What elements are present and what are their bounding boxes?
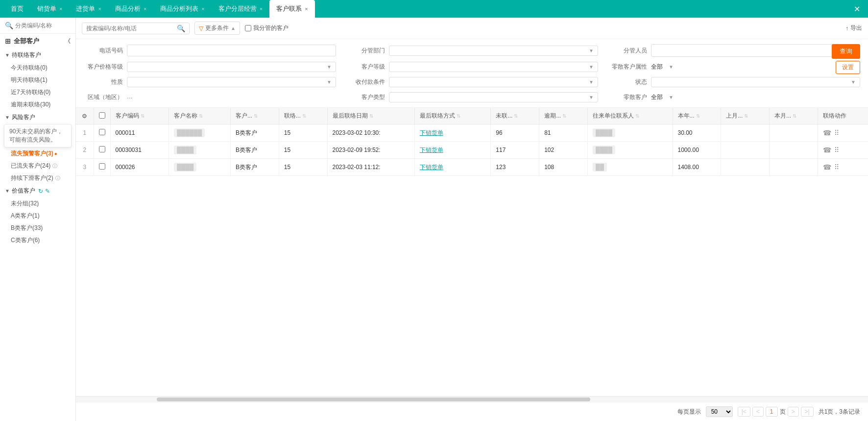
sidebar-item-churn-warning[interactable]: 流失预警客户(3) ● [0, 148, 75, 160]
table-row: 3 000026 ████ B类客户 15 2023-02-03 11:12: … [76, 159, 868, 176]
tab-home[interactable]: 首页 [4, 0, 30, 18]
sidebar-item-today[interactable]: 今天待联络(0) [0, 62, 75, 74]
last-page-btn[interactable]: >| [801, 407, 814, 417]
row-2-checkbox[interactable] [99, 146, 105, 152]
export-button[interactable]: ↑ 导出 [845, 24, 862, 32]
row-1-last-way-link[interactable]: 下销货单 [420, 129, 443, 136]
th-overdue[interactable]: 逾期... ⇅ [539, 108, 588, 124]
search-input[interactable] [86, 25, 177, 32]
row-3-checkbox[interactable] [99, 163, 105, 170]
sidebar-group-risk[interactable]: ▼ 风险客户 [0, 111, 75, 124]
filter-region-dots[interactable]: ··· [127, 94, 133, 101]
th-settings[interactable]: ⚙ [76, 108, 94, 124]
row-3-more-icon[interactable]: ⠿ [834, 163, 839, 171]
tab-sales-label: 销货单 [37, 4, 56, 13]
row-1-checkbox[interactable] [99, 129, 105, 135]
th-last-date[interactable]: 最后联络日期 ⇅ [327, 108, 414, 124]
filter-icon: ▽ [199, 25, 203, 32]
th-overdue-label: 逾期... [544, 112, 561, 120]
th-type-label: 客户... [236, 112, 252, 120]
tab-customer-contact[interactable]: 客户联系 × [269, 0, 314, 18]
th-un-contact[interactable]: 未联... ⇅ [491, 108, 539, 124]
sidebar-item-overdue-contact[interactable]: 逾期未联络(30) [0, 99, 75, 111]
row-2-this-month [770, 142, 818, 159]
th-type[interactable]: 客户... ⇅ [230, 108, 279, 124]
sidebar-group-value[interactable]: ▼ 价值客户 ↻ ✎ [0, 184, 75, 198]
row-1-last-way[interactable]: 下销货单 [414, 124, 491, 142]
th-code[interactable]: 客户编码 ⇅ [110, 108, 169, 124]
tab-product-analysis-close[interactable]: × [144, 6, 146, 12]
select-all-checkbox[interactable] [99, 112, 105, 119]
my-customers-checkbox[interactable] [245, 25, 251, 31]
sidebar-item-ungrouped[interactable]: 未分组(32) [0, 198, 75, 210]
th-checkbox[interactable] [94, 108, 110, 124]
my-customers-checkbox-wrap[interactable]: 我分管的客户 [245, 24, 289, 32]
prev-page-btn[interactable]: < [752, 407, 764, 417]
sidebar-item-c-class[interactable]: C类客户(6) [0, 234, 75, 247]
th-this-year[interactable]: 本年... ⇅ [673, 108, 721, 124]
customer-table: ⚙ 客户编码 ⇅ 客户名称 [76, 108, 868, 176]
search-submit-icon[interactable]: 🔍 [177, 25, 185, 32]
row-3-contact-icon[interactable]: ☎ [823, 163, 831, 171]
sidebar-search-input[interactable] [15, 22, 71, 29]
sidebar-group-pending[interactable]: ▼ 待联络客户 [0, 49, 75, 62]
filter-price-level-select[interactable]: ▼ [127, 62, 336, 72]
row-2-contact-icon[interactable]: ☎ [823, 146, 831, 154]
th-last-way[interactable]: 最后联络方式 ⇅ [414, 108, 491, 124]
tab-sales-close[interactable]: × [59, 6, 62, 12]
row-3-last-way-link[interactable]: 下销货单 [420, 164, 443, 171]
tab-purchase[interactable]: 进货单 × [69, 0, 108, 18]
horizontal-scrollbar[interactable] [76, 396, 868, 402]
all-customers-label: 全部客户 [14, 37, 39, 46]
sidebar-item-declining[interactable]: 持续下滑客户(2) ⓘ [0, 172, 75, 184]
sidebar-all-customers[interactable]: ⊞ 全部客户 《 [0, 34, 75, 49]
scroll-thumb[interactable] [157, 397, 590, 401]
tab-sales[interactable]: 销货单 × [30, 0, 69, 18]
filter-dept-select[interactable]: ▼ [389, 46, 598, 56]
per-page-select[interactable]: 50 100 200 [706, 406, 733, 417]
filter-retail: 零散客户 全部 ▼ [608, 92, 860, 102]
tab-product-analysis[interactable]: 商品分析 × [108, 0, 153, 18]
row-2-last-way[interactable]: 下销货单 [414, 142, 491, 159]
filter-customer-type-select[interactable]: ▼ [389, 92, 598, 102]
filter-payment-select[interactable]: ▼ [389, 77, 598, 87]
query-button[interactable]: 查询 [832, 44, 860, 59]
row-1-contact-icon[interactable]: ☎ [823, 129, 831, 137]
th-this-month[interactable]: 本月... ⇅ [770, 108, 818, 124]
sidebar-item-7days[interactable]: 近7天待联络(0) [0, 86, 75, 99]
filter-phone-input[interactable] [127, 45, 336, 56]
next-page-btn[interactable]: > [788, 407, 799, 417]
filter-status-select[interactable]: ▼ [651, 77, 860, 87]
filter-retail-attr: 零散客户属性 全部 ▼ [608, 62, 860, 72]
sidebar-item-a-class[interactable]: A类客户(1) [0, 210, 75, 222]
row-2-last-way-link[interactable]: 下销货单 [420, 147, 443, 153]
filter-customer-level-select[interactable]: ▼ [389, 62, 598, 72]
th-last-month[interactable]: 上月... ⇅ [721, 108, 770, 124]
tab-customer-tier[interactable]: 客户分层经营 × [212, 0, 269, 18]
tab-customer-contact-close[interactable]: × [305, 6, 308, 12]
edit-icon[interactable]: ✎ [45, 188, 50, 195]
filter-nature-select[interactable]: ▼ [127, 77, 336, 87]
th-contact[interactable]: 联络... ⇅ [279, 108, 327, 124]
row-1-more-icon[interactable]: ⠿ [834, 129, 839, 137]
sidebar-item-lost[interactable]: 已流失客户(24) ⓘ [0, 160, 75, 172]
settings-button[interactable]: 设置 [836, 61, 860, 74]
th-name[interactable]: 客户名称 ⇅ [169, 108, 231, 124]
filter-retail-attr-value: 全部 [651, 63, 663, 71]
more-filters-button[interactable]: ▽ 更多条件 ▲ [194, 22, 240, 35]
row-2-more-icon[interactable]: ⠿ [834, 146, 839, 154]
sidebar-item-b-class[interactable]: B类客户(33) [0, 222, 75, 234]
chevron-payment-icon: ▼ [589, 79, 594, 85]
tab-product-list[interactable]: 商品分析列表 × [153, 0, 211, 18]
refresh-icon[interactable]: ↻ [38, 188, 43, 195]
tab-purchase-close[interactable]: × [98, 6, 101, 12]
filter-manager-select[interactable]: ··· [651, 44, 860, 57]
row-3-last-way[interactable]: 下销货单 [414, 159, 491, 176]
th-contact-person[interactable]: 往来单位联系人 ⇅ [587, 108, 673, 124]
my-customers-label: 我分管的客户 [253, 24, 289, 32]
close-window-button[interactable]: ✕ [850, 4, 864, 14]
sidebar-item-tomorrow[interactable]: 明天待联络(1) [0, 74, 75, 86]
tab-customer-tier-close[interactable]: × [260, 6, 263, 12]
tab-product-list-close[interactable]: × [201, 6, 204, 12]
first-page-btn[interactable]: |< [738, 407, 750, 417]
